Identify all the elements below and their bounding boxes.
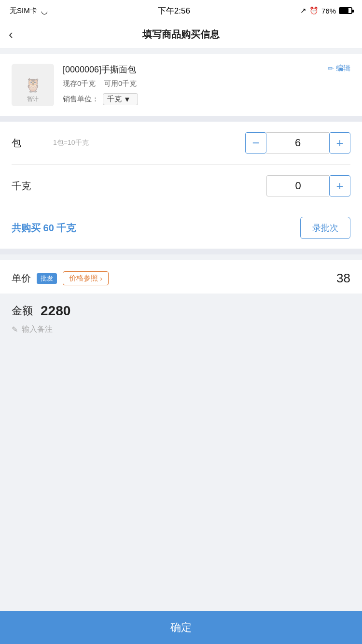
batch-button[interactable]: 录批次 [300,217,350,239]
wifi-icon: ◡︎ [41,6,48,15]
carrier-label: 无SIM卡 [10,6,37,15]
product-info: [0000006]手撕面包 ✏ 编辑 现存0千克 可用0千克 销售单位： 千克 … [63,64,350,105]
total-row: 共购买 60 千克 录批次 [0,207,362,249]
bao-minus-button[interactable]: − [245,132,266,154]
page-title: 填写商品购买信息 [142,28,220,41]
status-time: 下午2:56 [158,5,190,16]
total-prefix: 共购买 [12,223,41,233]
bao-label: 包 [12,137,50,150]
nav-bar: ‹ 填写商品购买信息 [0,21,362,48]
note-row[interactable]: ✎ 输入备注 [12,324,350,335]
pencil-icon: ✎ [12,325,18,334]
edit-icon: ✏ [328,64,334,73]
kg-row: 千克 + [12,165,350,207]
edit-button[interactable]: ✏ 编辑 [328,64,350,73]
price-ref-arrow: › [100,274,102,282]
back-button[interactable]: ‹ [9,27,13,42]
amount-section: 金额 2280 ✎ 输入备注 [0,294,362,339]
unit-dropdown-icon: ▼ [124,95,131,103]
kg-qty-control: + [266,175,350,196]
total-text: 共购买 60 千克 [12,222,76,235]
bao-qty-control: − + [245,132,350,154]
confirm-button[interactable]: 确定 [0,611,362,644]
price-tag: 批发 [37,273,57,284]
product-name: [0000006]手撕面包 [63,64,136,75]
status-right: ↗ ⏰ 76% [300,6,352,15]
separator-2 [0,249,362,254]
stock-label: 现存0千克 [63,79,96,87]
product-img-sublabel: 智计 [27,95,39,103]
amount-row: 金额 2280 [12,303,350,319]
price-ref-button[interactable]: 价格参照 › [63,271,109,285]
input-section: 包 1包=10千克 − + 千克 + [0,122,362,207]
bao-input[interactable] [266,132,329,154]
price-value: 38 [336,271,350,286]
product-card: 🦉 智计 [0000006]手撕面包 ✏ 编辑 现存0千克 可用0千克 销售单位… [0,54,362,116]
battery-icon [339,7,352,14]
kg-label: 千克 [12,180,50,193]
price-section: 单价 批发 价格参照 › 38 [0,260,362,294]
price-ref-label: 价格参照 [69,274,98,283]
total-unit: 千克 [56,223,76,233]
confirm-label: 确定 [170,620,192,635]
bao-hint: 1包=10千克 [53,139,245,147]
separator-1 [0,116,362,122]
available-label: 可用0千克 [104,79,137,87]
status-left: 无SIM卡 ◡︎ [10,6,48,15]
unit-label-text: 销售单位： [63,95,99,104]
product-unit-row: 销售单位： 千克 ▼ [63,93,350,105]
unit-value: 千克 [107,95,122,104]
kg-input[interactable] [266,175,329,196]
product-image: 🦉 智计 [12,64,54,106]
price-label: 单价 [12,272,31,285]
product-img-logo: 🦉 [25,77,42,93]
status-bar: 无SIM卡 ◡︎ 下午2:56 ↗ ⏰ 76% [0,0,362,21]
price-row: 单价 批发 价格参照 › 38 [12,271,350,286]
bao-plus-button[interactable]: + [329,132,350,154]
amount-value: 2280 [41,303,70,319]
product-stock: 现存0千克 可用0千克 [63,79,350,88]
bao-row: 包 1包=10千克 − + [12,122,350,165]
unit-select[interactable]: 千克 ▼ [103,93,138,105]
alarm-icon: ⏰ [309,6,319,15]
note-label: 输入备注 [22,324,53,335]
page-spacer [0,339,362,484]
battery-percent: 76% [321,7,336,15]
edit-label: 编辑 [336,64,350,73]
main-content: 🦉 智计 [0000006]手撕面包 ✏ 编辑 现存0千克 可用0千克 销售单位… [0,54,362,517]
amount-label: 金额 [12,304,33,318]
total-value: 60 [43,223,54,233]
kg-plus-button[interactable]: + [329,175,350,196]
location-icon: ↗ [300,6,306,15]
